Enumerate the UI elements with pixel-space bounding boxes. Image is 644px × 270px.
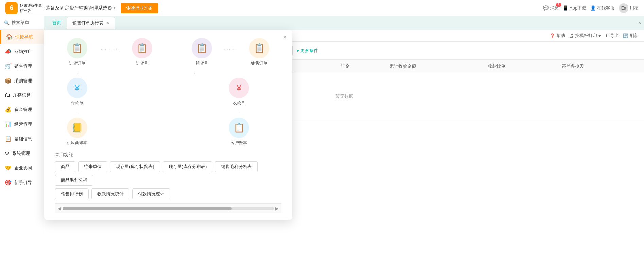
payment-icon: ¥ (67, 78, 87, 98)
func-btn-stock-status[interactable]: 现存量(库存状况表) (110, 161, 160, 172)
purchase-bill-label: 进货单 (136, 60, 148, 66)
common-functions-title: 常用功能 (55, 152, 281, 158)
payment-label: 付款单 (71, 100, 83, 106)
sales-order-icon: 📋 (249, 38, 269, 58)
scroll-right-arrow[interactable]: ▶ (275, 206, 279, 211)
flow-item-purchase-bill[interactable]: 📋 进货单 (120, 38, 164, 66)
func-btn-stock-dist[interactable]: 现存量(库存分布表) (163, 161, 213, 172)
modal-overlay: × 📋 进货订单 · · · → (44, 30, 644, 270)
receipt-icon: ¥ (229, 78, 249, 98)
func-btn-receipt-stats[interactable]: 收款情况统计 (91, 188, 129, 199)
purchase-order-label: 进货订单 (69, 60, 85, 66)
quick-nav-modal: × 📋 进货订单 · · · → (44, 30, 292, 220)
func-btn-partner[interactable]: 往来单位 (78, 161, 107, 172)
main-area: 🔍 搜索菜单 🏠 快捷导航 📣 营销推广 🛒 销售管理 📦 采购管理 🗂 (0, 16, 644, 270)
arrow-2: · · · ← (224, 45, 237, 59)
customer-ledger-icon: 📋 (229, 118, 249, 138)
flow-item-customer-ledger[interactable]: 📋 客户账本 (217, 118, 261, 146)
flow-item-receipt[interactable]: ¥ 收款单 (217, 78, 261, 106)
func-btn-sales-margin[interactable]: 销售毛利分析表 (215, 161, 258, 172)
receipt-label: 收款单 (233, 100, 245, 106)
func-btn-sales-rank[interactable]: 销售排行榜 (55, 188, 89, 199)
arrow-1: · · · → (101, 45, 119, 59)
modal-close-icon[interactable]: × (283, 34, 287, 41)
common-functions-section: 常用功能 商品 往来单位 现存量(库存状况表) 现存量(库存分布表) 销售毛利分… (55, 152, 281, 199)
supplier-ledger-label: 供应商账本 (67, 140, 87, 146)
sales-bill-icon: 📋 (192, 38, 212, 58)
scroll-bar: ◀ ▶ (55, 203, 281, 213)
content-area: 首页 销售订单执行表 × × ❓ 帮助 (44, 16, 644, 270)
common-functions-buttons: 商品 往来单位 现存量(库存状况表) 现存量(库存分布表) 销售毛利分析表 商品… (55, 161, 281, 186)
flow-arrows-down-row: ↓ ↓ (55, 69, 281, 75)
flow-row-2: ¥ 付款单 ¥ 收款单 (55, 78, 281, 106)
supplier-ledger-icon: 📒 (67, 118, 87, 138)
func-btn-product-margin[interactable]: 商品毛利分析 (55, 175, 93, 186)
content-main: ❓ 帮助 🖨 按模板打印 ▾ ⬆ 导出 🔄 (44, 30, 644, 270)
flow-row-1: 📋 进货订单 · · · → 📋 进货单 (55, 38, 281, 66)
app-container: 6 畅康通好生意 标准版 装备及固定资产辅助管理系统 ⚙ ▾ 体验行业方案 💬 … (0, 0, 644, 270)
flow-item-purchase-order[interactable]: 📋 进货订单 (55, 38, 99, 66)
flow-item-payment[interactable]: ¥ 付款单 (55, 78, 99, 106)
common-functions-buttons-2: 销售排行榜 收款情况统计 付款情况统计 (55, 188, 281, 199)
func-btn-payment-stats[interactable]: 付款情况统计 (132, 188, 170, 199)
sales-bill-label: 销货单 (196, 60, 208, 66)
flow-item-supplier-ledger[interactable]: 📒 供应商账本 (55, 118, 99, 146)
customer-ledger-label: 客户账本 (231, 140, 247, 146)
purchase-order-icon: 📋 (67, 38, 87, 58)
scroll-left-arrow[interactable]: ◀ (58, 206, 61, 211)
purchase-bill-icon: 📋 (132, 38, 152, 58)
sales-order-label: 销售订单 (251, 60, 267, 66)
flow-row-3: 📒 供应商账本 📋 客户账本 (55, 118, 281, 146)
flow-diagram: 📋 进货订单 · · · → 📋 进货单 (55, 38, 281, 146)
func-btn-product[interactable]: 商品 (55, 161, 75, 172)
flow-item-sales-order[interactable]: 📋 销售订单 (237, 38, 281, 66)
scroll-track[interactable] (63, 207, 274, 210)
flow-item-sales-bill[interactable]: 📋 销货单 (180, 38, 224, 66)
flow-arrows-down-row-2: ↓ ↓ (55, 109, 281, 115)
scroll-thumb (63, 207, 232, 210)
